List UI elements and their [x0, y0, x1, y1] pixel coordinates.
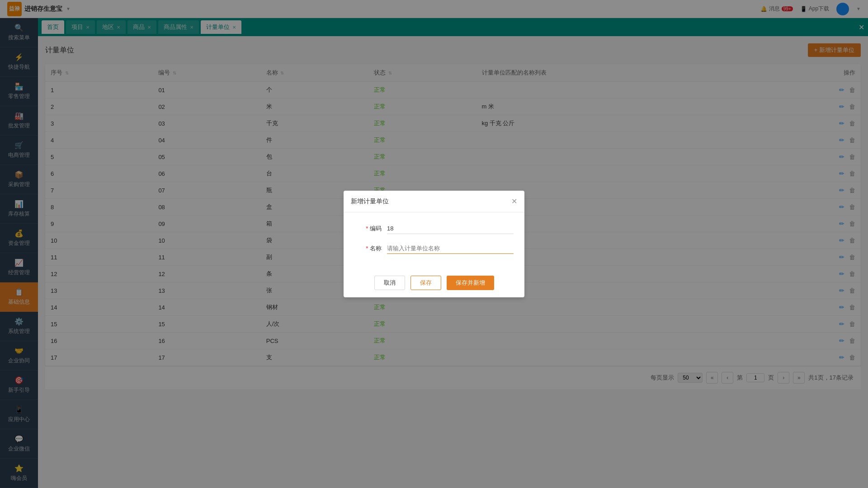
add-unit-modal: 新增计量单位 ✕ 编码 名称 取消 保存 保存并新增 [344, 191, 524, 297]
code-label: 编码 [354, 225, 382, 233]
modal-body: 编码 名称 [344, 212, 524, 270]
name-input[interactable] [387, 243, 514, 254]
name-label: 名称 [354, 244, 382, 253]
modal-close-button[interactable]: ✕ [511, 197, 517, 206]
save-button[interactable]: 保存 [410, 276, 441, 290]
modal-title: 新增计量单位 [351, 197, 389, 206]
modal-overlay[interactable]: 新增计量单位 ✕ 编码 名称 取消 保存 保存并新增 [0, 0, 868, 488]
code-input[interactable] [387, 223, 514, 234]
modal-footer: 取消 保存 保存并新增 [344, 270, 524, 297]
name-form-row: 名称 [354, 243, 514, 254]
cancel-button[interactable]: 取消 [374, 276, 405, 290]
modal-header: 新增计量单位 ✕ [344, 191, 524, 212]
save-and-new-button[interactable]: 保存并新增 [447, 276, 494, 290]
code-form-row: 编码 [354, 223, 514, 234]
